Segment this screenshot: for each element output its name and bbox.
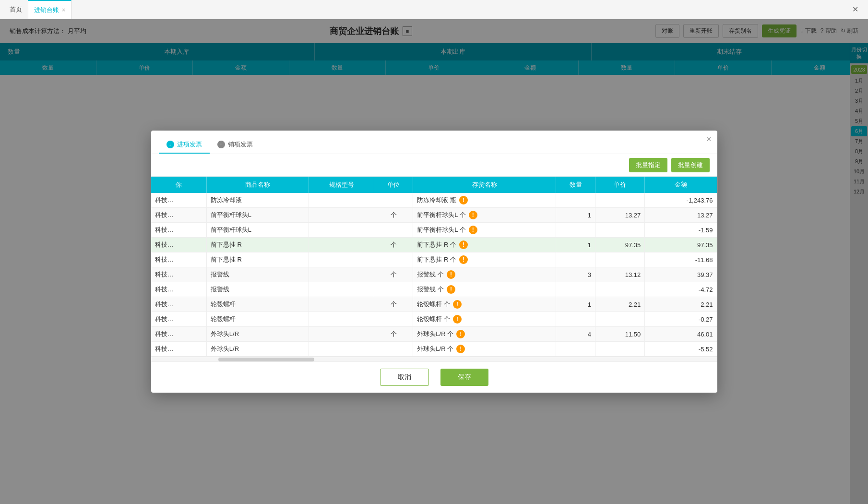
scrollbar-thumb[interactable] [218,358,314,361]
cell-unit: 个 [374,327,413,342]
cell-inventory-name: 前平衡杆球头L 个! [413,223,556,237]
warn-icon[interactable]: ! [459,255,468,264]
cell-spec [309,297,374,312]
cell-product-name: 前下悬挂 R [206,238,309,252]
tab-active-label: 进销台账 [34,1,59,19]
cell-inventory-name: 前平衡杆球头L 个! [413,208,556,222]
horizontal-scrollbar[interactable] [151,357,717,361]
window-close-button[interactable]: ✕ [846,5,864,14]
cell-qty [556,312,595,327]
warn-icon[interactable]: ! [459,240,468,249]
cancel-button[interactable]: 取消 [380,369,429,386]
cell-inventory-name: 外球头L/R 个! [413,327,556,341]
cell-price: 11.50 [595,327,644,342]
cell-spec [309,238,374,252]
cell-amount: -5.52 [645,342,717,357]
cell-price [595,342,644,357]
cell-amount: 13.27 [645,208,717,223]
cell-supplier: 科技… [151,252,207,267]
cell-amount: -1,243.76 [645,193,717,208]
cell-spec [309,342,374,357]
warn-icon[interactable]: ! [453,315,462,324]
cell-qty [556,342,595,357]
warn-icon[interactable]: ! [469,226,477,234]
table-row: 科技…外球头L/R个外球头L/R 个!411.5046.01 [151,327,717,342]
cell-amount: 46.01 [645,327,717,342]
table-row: 科技…防冻冷却液防冻冷却液 瓶!-1,243.76 [151,193,717,208]
incoming-invoice-icon: ↓ [166,141,174,148]
tab-outgoing-invoice[interactable]: ↑ 销项发票 [210,136,261,154]
cell-product-name: 轮毂螺杆 [206,297,309,312]
cell-amount: 39.37 [645,267,717,282]
dialog-table-wrap[interactable]: 你 商品名称 规格型号 单位 存货名称 数量 单价 金额 科技…防冻冷却液防冻冷… [151,176,717,361]
tab-close-icon[interactable]: × [62,1,65,19]
warn-icon[interactable]: ! [456,345,465,353]
batch-assign-button[interactable]: 批量指定 [629,158,667,172]
warn-icon[interactable]: ! [469,211,477,219]
dialog-close-button[interactable]: × [706,134,712,144]
cell-unit [374,223,413,238]
table-row: 科技…轮毂螺杆个轮毂螺杆 个!12.212.21 [151,297,717,312]
col-header-unit: 单位 [374,177,413,193]
cell-price [595,312,644,327]
cell-inventory-name: 前下悬挂 R 个! [413,252,556,267]
warn-icon[interactable]: ! [447,285,455,294]
tab-incoming-label: 进项发票 [177,140,202,149]
batch-create-button[interactable]: 批量创建 [671,158,710,172]
cell-inventory-name: 外球头L/R 个! [413,342,556,356]
table-row: 科技…前下悬挂 R前下悬挂 R 个!-11.68 [151,252,717,267]
cell-price: 2.21 [595,297,644,312]
cell-amount: -1.59 [645,223,717,238]
cell-supplier: 科技… [151,297,207,312]
cell-qty: 1 [556,297,595,312]
warn-icon[interactable]: ! [456,330,465,338]
warn-icon[interactable]: ! [453,300,462,309]
cell-qty [556,252,595,267]
cell-unit [374,282,413,297]
dialog: ↓ 进项发票 ↑ 销项发票 × 批量指定 批量创建 你 [151,131,717,393]
tab-home[interactable]: 首页 [4,0,28,19]
cell-supplier: 科技… [151,223,207,238]
dialog-footer: 取消 保存 [151,361,717,393]
table-row: 科技…外球头L/R外球头L/R 个!-5.52 [151,342,717,357]
cell-supplier: 科技… [151,342,207,357]
cell-supplier: 科技… [151,312,207,327]
tab-active[interactable]: 进销台账 × [28,0,71,19]
cell-price: 13.27 [595,208,644,223]
cell-unit [374,252,413,267]
cell-price: 13.12 [595,267,644,282]
cell-price [595,193,644,208]
col-header-spec: 规格型号 [309,177,374,193]
cell-spec [309,223,374,238]
dialog-toolbar: 批量指定 批量创建 [151,154,717,176]
dialog-table-body: 科技…防冻冷却液防冻冷却液 瓶!-1,243.76科技…前平衡杆球头L个前平衡杆… [151,193,717,357]
warn-icon[interactable]: ! [459,196,468,204]
cell-product-name: 防冻冷却液 [206,193,309,208]
dialog-header: ↓ 进项发票 ↑ 销项发票 × [151,131,717,154]
cell-unit: 个 [374,297,413,312]
cell-supplier: 科技… [151,282,207,297]
tab-incoming-invoice[interactable]: ↓ 进项发票 [159,136,210,154]
cell-unit [374,342,413,357]
cell-amount: 97.35 [645,238,717,252]
table-row: 科技…轮毂螺杆轮毂螺杆 个!-0.27 [151,312,717,327]
cell-price [595,252,644,267]
table-header-row: 你 商品名称 规格型号 单位 存货名称 数量 单价 金额 [151,177,717,193]
cell-spec [309,208,374,223]
cell-price [595,223,644,238]
cell-inventory-name: 前下悬挂 R 个! [413,238,556,252]
warn-icon[interactable]: ! [447,270,455,279]
cell-spec [309,193,374,208]
cell-unit: 个 [374,238,413,252]
cell-product-name: 前平衡杆球头L [206,208,309,223]
modal-overlay: ↓ 进项发票 ↑ 销项发票 × 批量指定 批量创建 你 [0,19,868,504]
cell-unit: 个 [374,208,413,223]
tab-outgoing-label: 销项发票 [228,140,253,149]
cell-price: 97.35 [595,238,644,252]
cell-qty: 4 [556,327,595,342]
table-row: 科技…报警线个报警线 个!313.1239.37 [151,267,717,282]
cell-spec [309,312,374,327]
cell-supplier: 科技… [151,238,207,252]
save-button[interactable]: 保存 [440,369,488,386]
cell-qty [556,282,595,297]
